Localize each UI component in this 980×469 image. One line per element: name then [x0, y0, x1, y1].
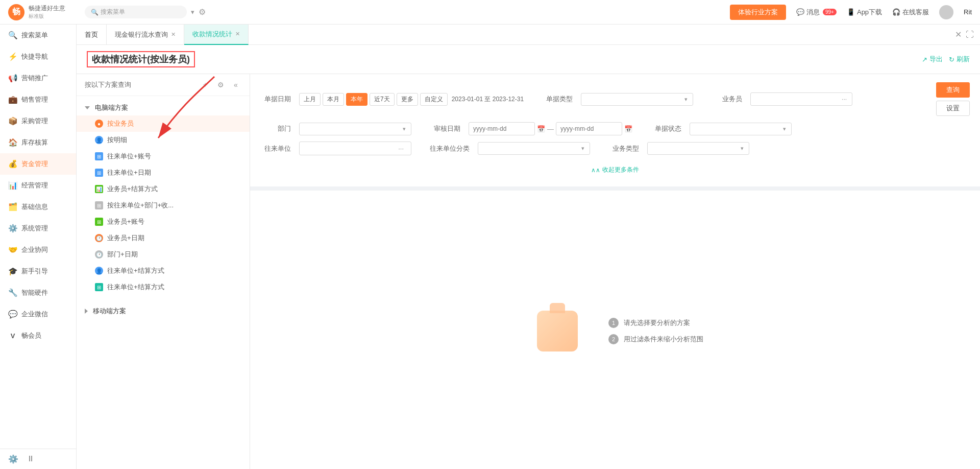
dept-date-icon: 🕐: [95, 250, 103, 259]
sidebar-label-basic-info: 基础信息: [21, 202, 48, 212]
scheme-item-by-salesperson[interactable]: ● 按业务员: [77, 115, 250, 132]
biz-type-label: 业务类型: [608, 144, 639, 153]
sidebar-settings-icon[interactable]: ⚙️: [8, 454, 18, 464]
export-button[interactable]: ↗ 导出: [922, 55, 943, 64]
date-btn-last-month[interactable]: 上月: [299, 93, 321, 106]
scheme-label-detail: 按明细: [107, 135, 127, 145]
mobile-group-header[interactable]: 移动端方案: [77, 303, 250, 319]
sidebar-label-management: 经营管理: [21, 181, 48, 190]
collab-icon: 🤝: [8, 245, 17, 254]
sidebar-item-shortcut[interactable]: ⚡ 快捷导航: [0, 46, 76, 67]
tab-close-all-icon[interactable]: ✕: [955, 30, 962, 39]
scheme-item-salesperson-settlement[interactable]: 📊 业务员+结算方式: [77, 181, 250, 197]
partner-input[interactable]: ···: [299, 142, 411, 155]
scheme-item-partner-settlement2[interactable]: ⊞ 往来单位+结算方式: [77, 279, 250, 295]
sidebar-item-purchase[interactable]: 📦 采购管理: [0, 110, 76, 132]
desktop-group-header[interactable]: 电脑端方案: [77, 100, 250, 115]
header-search[interactable]: 🔍 搜索菜单: [85, 6, 187, 18]
sidebar-item-sales[interactable]: 💼 销售管理: [0, 89, 76, 110]
audit-date-start[interactable]: [469, 122, 535, 135]
sidebar-item-wechat[interactable]: 💬 企业微信: [0, 303, 76, 325]
date-btn-custom[interactable]: 自定义: [420, 93, 448, 106]
tab-bank-flow[interactable]: 现金银行流水查询 ✕: [107, 25, 184, 45]
scheme-item-partner-dept[interactable]: ⊞ 按往来单位+部门+收...: [77, 197, 250, 214]
date-btn-more[interactable]: 更多: [397, 93, 418, 106]
panel-header: 按以下方案查询 ＋ ⚙ «: [77, 74, 250, 96]
partner-category-arrow: ▾: [581, 145, 584, 152]
scheme-settings-icon[interactable]: ⚙: [215, 79, 226, 90]
scheme-label-partner-settlement1: 往来单位+结算方式: [107, 266, 164, 275]
partner-category-label: 往来单位分类: [430, 144, 470, 153]
scheme-item-partner-account[interactable]: ⊞ 往来单位+账号: [77, 148, 250, 165]
user-avatar[interactable]: [939, 5, 953, 19]
doc-type-select[interactable]: ▾: [581, 93, 693, 106]
trial-button[interactable]: 体验行业方案: [730, 5, 786, 20]
app-icon: 📱: [847, 8, 855, 16]
scheme-item-salesperson-date[interactable]: 🕐 业务员+日期: [77, 230, 250, 246]
sidebar-item-hardware[interactable]: 🔧 智能硬件: [0, 282, 76, 303]
date-separator: —: [547, 125, 554, 133]
dept-select[interactable]: ▾: [299, 123, 411, 135]
tab-home[interactable]: 首页: [77, 25, 107, 45]
cal-icon-1[interactable]: 📅: [537, 125, 545, 133]
audit-date-end[interactable]: [556, 122, 622, 135]
cal-icon-2[interactable]: 📅: [624, 125, 632, 133]
scheme-label-partner-date: 往来单位+日期: [107, 168, 151, 177]
partner-category-select[interactable]: ▾: [478, 142, 590, 155]
scheme-label-partner-settlement2: 往来单位+结算方式: [107, 283, 164, 292]
sidebar-item-guide[interactable]: 🎓 新手引导: [0, 261, 76, 282]
refresh-button[interactable]: ↻ 刷新: [949, 55, 970, 64]
sidebar-item-member[interactable]: V 畅会员: [0, 325, 76, 346]
app-download-button[interactable]: 📱 App下载: [847, 8, 882, 17]
scheme-label-salesperson-date: 业务员+日期: [107, 233, 144, 243]
scheme-item-salesperson-account[interactable]: ⊞ 业务员+账号: [77, 214, 250, 230]
sidebar-label-system: 系统管理: [21, 224, 48, 233]
date-filter-group: 上月 本月 本年 近7天 更多 自定义 2023-01-01 至 2023-12…: [299, 93, 524, 106]
sidebar-label-inventory: 库存核算: [21, 138, 48, 147]
settings-icon[interactable]: ⚙: [199, 7, 206, 17]
sidebar-item-marketing[interactable]: 📢 营销推广: [0, 67, 76, 89]
empty-step-1: 1 请先选择要分析的方案: [608, 318, 703, 328]
message-icon: 💬: [796, 8, 804, 16]
salesperson-select[interactable]: ···: [750, 92, 852, 106]
guide-icon: 🎓: [8, 267, 17, 276]
date-btn-7days[interactable]: 近7天: [370, 93, 395, 106]
sidebar-item-collab[interactable]: 🤝 企业协同: [0, 239, 76, 261]
user-name: Rit: [964, 8, 972, 16]
sidebar-item-search[interactable]: 🔍 搜索菜单: [0, 25, 76, 46]
sidebar-item-system[interactable]: ⚙️ 系统管理: [0, 218, 76, 239]
tab-receipt-stats-close[interactable]: ✕: [235, 31, 240, 37]
collapse-bar[interactable]: ∧∧ 收起更多条件: [260, 161, 970, 178]
scheme-item-dept-date[interactable]: 🕐 部门+日期: [77, 246, 250, 263]
date-btn-this-month[interactable]: 本月: [323, 93, 344, 106]
sidebar-item-inventory[interactable]: 🏠 库存核算: [0, 132, 76, 153]
message-button[interactable]: 💬 消息 99+: [796, 8, 837, 17]
tab-bank-flow-close[interactable]: ✕: [171, 31, 176, 38]
sidebar-item-management[interactable]: 📊 经营管理: [0, 175, 76, 196]
sidebar-label-member: 畅会员: [21, 331, 41, 340]
tab-expand-icon[interactable]: ⛶: [966, 30, 974, 39]
online-service-button[interactable]: 🎧 在线客服: [892, 8, 929, 17]
collapse-panel-icon[interactable]: «: [230, 79, 241, 90]
scheme-item-by-detail[interactable]: 👤 按明细: [77, 132, 250, 148]
settings-button[interactable]: 设置: [936, 101, 970, 116]
scheme-item-partner-settlement1[interactable]: 👤 往来单位+结算方式: [77, 263, 250, 279]
biz-type-select[interactable]: ▾: [647, 142, 749, 155]
sidebar-collapse-icon[interactable]: ⏸: [27, 454, 35, 464]
main-layout: 🔍 搜索菜单 ⚡ 快捷导航 📢 营销推广 💼 销售管理 📦 采购管理 🏠 库存核…: [0, 25, 980, 469]
sidebar-item-basic-info[interactable]: 🗂️ 基础信息: [0, 196, 76, 218]
message-badge: 99+: [823, 9, 837, 15]
sidebar-item-finance[interactable]: 💰 资金管理: [0, 153, 76, 175]
partner-more-dots: ···: [398, 145, 404, 152]
tab-receipt-stats[interactable]: 收款情况统计 ✕: [184, 25, 249, 45]
date-btn-this-year[interactable]: 本年: [346, 93, 368, 106]
query-button[interactable]: 查询: [936, 82, 970, 98]
tab-home-label: 首页: [85, 30, 98, 39]
add-scheme-icon[interactable]: ＋: [200, 79, 211, 90]
member-icon: V: [8, 331, 17, 340]
audit-date-label: 审核日期: [430, 124, 460, 133]
nav-dropdown-icon[interactable]: ▾: [191, 8, 194, 16]
doc-status-select[interactable]: ▾: [690, 123, 792, 135]
scheme-item-partner-date[interactable]: ⊞ 往来单位+日期: [77, 165, 250, 181]
header-right: 体验行业方案 💬 消息 99+ 📱 App下载 🎧 在线客服 Rit: [730, 5, 972, 20]
